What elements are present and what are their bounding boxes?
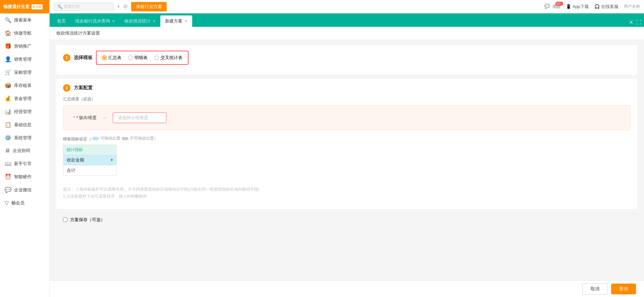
tip-1: 提示： 1.拖动标题栏可以调整布局，不可跨维度或指标区域拖动目字段(只能在同一维… — [63, 186, 631, 193]
support-icon: 🎧 — [594, 4, 600, 9]
sidebar-item-label: 资金管理 — [14, 96, 32, 102]
tab-new-plan[interactable]: 新建方案 ✕ — [160, 15, 192, 27]
movable-dot-grey — [122, 137, 128, 140]
sidebar-item-marketing[interactable]: 🎁 营销推广 — [0, 40, 49, 53]
sidebar-item-sales[interactable]: 👤 销售管理 — [0, 53, 49, 66]
stats-chevron-icon[interactable]: ▾ — [111, 157, 113, 162]
sidebar-item-label: 销售管理 — [14, 56, 32, 62]
download-icon: 📱 — [566, 4, 571, 9]
unmovable-label: 不可拖动位置） — [130, 136, 158, 141]
online-support[interactable]: 🎧 在线客服 — [594, 4, 619, 10]
tab-bank[interactable]: 现金银行流水查询 ✕ — [70, 15, 120, 27]
stats-total-label: 合计 — [67, 168, 75, 173]
monitor-icon: 🖥 — [5, 148, 10, 154]
stats-header-row[interactable]: 收款金额 ▾ — [63, 155, 116, 165]
settings-icon[interactable]: ⚙ — [123, 3, 128, 10]
content-area: 收款情况统计方案设置 1 选择模板 汇总表 明细表 — [50, 27, 644, 297]
dimension-select[interactable]: 请选择分组维度 — [113, 112, 166, 123]
radio-cross-label: 交叉统计表 — [161, 55, 182, 61]
dimension-area: * * 纵向维度 → 请选择分组维度 — [63, 105, 631, 130]
sidebar-item-label: 快捷导航 — [14, 30, 32, 36]
metrics-section: 模板指标设定（ 可拖动位置 不可拖动位置） 统计指标 — [63, 136, 631, 176]
sidebar-item-member[interactable]: ▽ 畅会员 — [0, 196, 49, 209]
tab-bar: 首页 现金银行流水查询 ✕ 收款情况统计 ✕ 新建方案 ✕ ✕ ⛶ — [50, 13, 644, 27]
sidebar-item-label: 基础信息 — [14, 122, 32, 128]
step2-number: 2 — [63, 84, 70, 92]
topbar-right: 💬 99+ 消息 📱 App下载 🎧 在线客服 用户名称 — [544, 4, 640, 10]
tab-new-plan-close-icon[interactable]: ✕ — [184, 19, 187, 23]
radio-detail[interactable]: 明细表 — [128, 55, 148, 61]
radio-cross[interactable]: 交叉统计表 — [154, 55, 182, 61]
tab-stats[interactable]: 收款情况统计 ✕ — [120, 15, 160, 27]
sidebar-item-inventory[interactable]: 📦 库存核算 — [0, 79, 49, 92]
sidebar-item-label: 智能硬件 — [14, 174, 32, 180]
message-badge: 99+ — [555, 2, 563, 6]
cart-icon: 🛒 — [5, 69, 11, 76]
sidebar-item-finance[interactable]: 💰 资金管理 — [0, 92, 49, 105]
sidebar-item-label: 系统管理 — [14, 135, 32, 141]
sidebar-item-label: 新手引导 — [14, 161, 32, 167]
radio-btn-summary — [102, 55, 107, 60]
sidebar-item-nav[interactable]: 🏠 快捷导航 — [0, 27, 49, 40]
sidebar-item-label: 经营管理 — [14, 109, 32, 115]
chat-icon: 💬 — [5, 187, 11, 193]
member-icon: ▽ — [5, 200, 9, 206]
form-body: 1 选择模板 汇总表 明细表 交叉统计表 — [50, 40, 644, 280]
footer-save: 方案保存（可选） — [56, 213, 637, 226]
sidebar-item-label: 库存核算 — [14, 83, 32, 89]
dropdown-chevron-icon[interactable]: ▾ — [117, 4, 120, 9]
sidebar-item-label: 企业协同 — [13, 148, 30, 154]
sidebar-item-purchase[interactable]: 🛒 采购管理 — [0, 66, 49, 79]
sidebar-logo: 畅捷通好生意 标准版 — [0, 0, 49, 13]
tab-home[interactable]: 首页 — [52, 15, 70, 27]
money-icon: 💰 — [5, 95, 11, 102]
step1-section: 1 选择模板 汇总表 明细表 交叉统计表 — [56, 45, 637, 75]
sidebar-item-search[interactable]: 🔍 搜索菜单 — [0, 13, 49, 27]
sidebar-item-basic-info[interactable]: 📋 基础信息 — [0, 118, 49, 131]
sidebar-item-label: 畅会员 — [11, 200, 24, 206]
tab-stats-close-icon[interactable]: ✕ — [153, 19, 156, 23]
search-icon: 🔍 — [57, 4, 62, 9]
step1-header: 1 选择模板 汇总表 明细表 交叉统计表 — [63, 51, 631, 65]
sidebar-item-guide[interactable]: 📖 新手引导 — [0, 157, 49, 170]
message-icon: 💬 — [544, 4, 550, 9]
step2-section: 2 方案配置 汇总维度（必选） * * 纵向维度 → 请选择分组维度 — [56, 79, 637, 209]
search-icon: 🔍 — [5, 17, 11, 23]
save-checkbox[interactable] — [63, 217, 67, 222]
box-icon: 📦 — [5, 82, 11, 89]
sidebar-item-wechat[interactable]: 💬 企业微信 — [0, 183, 49, 196]
cancel-button[interactable]: 取消 — [582, 283, 608, 295]
tab-home-label: 首页 — [57, 18, 66, 24]
stats-header-label: 收款金额 — [67, 157, 84, 163]
app-download[interactable]: 📱 App下载 — [566, 4, 589, 10]
query-button[interactable]: 查询 — [611, 284, 636, 294]
movable-dot-blue — [92, 137, 99, 140]
sidebar-item-management[interactable]: 📊 经营管理 — [0, 105, 49, 118]
window-maximize-icon[interactable]: ⛶ — [636, 19, 641, 26]
book-icon: 📖 — [5, 160, 11, 167]
step1-number: 1 — [63, 54, 70, 61]
chart-icon: 📊 — [5, 108, 11, 115]
radio-summary[interactable]: 汇总表 — [102, 55, 121, 61]
sidebar-item-system[interactable]: ⚙️ 系统管理 — [0, 131, 49, 144]
tab-new-plan-label: 新建方案 — [165, 18, 182, 24]
tab-bank-close-icon[interactable]: ✕ — [112, 19, 115, 23]
trial-button[interactable]: 体验行业方案 — [131, 2, 167, 11]
stats-section-label: 统计指标 — [67, 147, 83, 153]
gear-icon: ⚙️ — [5, 135, 11, 141]
tip-2: 2.点击标题栏下拉可设置排序、插入列和删除列 — [63, 193, 631, 200]
logo-badge: 标准版 — [32, 4, 43, 9]
search-box[interactable]: 🔍 搜索内容 — [54, 2, 114, 11]
support-label: 在线客服 — [601, 4, 619, 10]
sidebar-item-collab[interactable]: 🖥 企业协同 — [0, 144, 49, 157]
step1-title: 选择模板 — [74, 55, 93, 61]
gift-icon: 🎁 — [5, 43, 11, 49]
radio-btn-cross — [154, 55, 159, 60]
sidebar-item-hardware[interactable]: ⏰ 智能硬件 — [0, 170, 49, 183]
home-icon: 🏠 — [5, 30, 11, 36]
messages-area[interactable]: 💬 99+ 消息 — [544, 4, 560, 9]
arrow-icon: → — [102, 115, 107, 121]
page-title: 收款情况统计方案设置 — [50, 27, 644, 40]
tab-bank-label: 现金银行流水查询 — [75, 18, 110, 24]
window-close-icon[interactable]: ✕ — [629, 19, 633, 26]
